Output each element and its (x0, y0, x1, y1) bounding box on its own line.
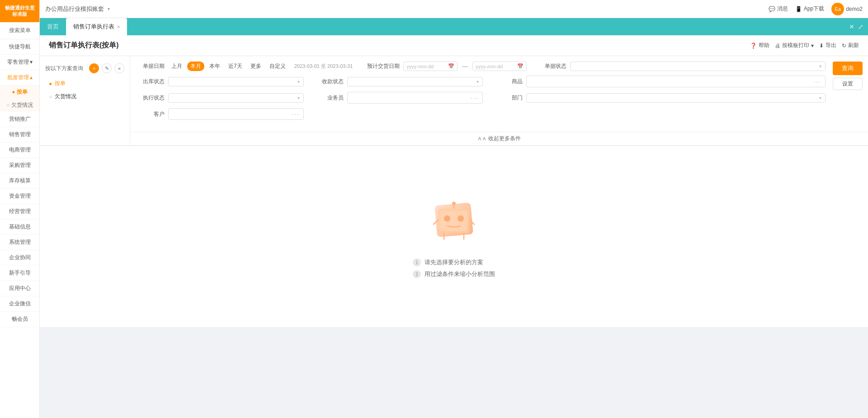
salesperson-select[interactable]: ··· (347, 92, 483, 104)
tab-active-label: 销售订单执行表 (73, 23, 114, 31)
page-header: 销售订单执行表(按单) ❓ 帮助 🖨 按模板打印 ▾ ⬇ 导出 ↻ 刷新 (40, 35, 868, 56)
logo-text: 畅捷通好生意 (3, 5, 37, 11)
sidebar-item-orders[interactable]: ● 按单 (0, 86, 39, 99)
dept-select[interactable]: ▾ (526, 93, 826, 103)
wechat-label: 企业微信 (9, 300, 31, 307)
quick-nav-label: 快捷导航 (9, 43, 31, 50)
sidebar-item-ecommerce[interactable]: 电商管理 (0, 142, 39, 158)
collapse-icon: ∧∧ (477, 135, 486, 142)
sidebar-item-newbie[interactable]: 新手引导 (0, 266, 39, 281)
topbar-right: 💬 消息 📱 App下载 Ea demo2 (769, 3, 863, 15)
window-maximize-icon[interactable]: ⤢ (858, 23, 863, 30)
svg-line-6 (434, 220, 438, 224)
date-btn-custom[interactable]: 自定义 (266, 62, 289, 71)
hint-text-2: 用过滤条件来缩小分析范围 (425, 270, 495, 278)
avatar: Ea (831, 3, 844, 15)
newbie-label: 新手引导 (9, 270, 31, 276)
message-label: 消息 (777, 5, 788, 13)
sidebar-item-operations[interactable]: 经营管理 (0, 204, 39, 219)
doc-status-chevron: ▾ (819, 64, 821, 69)
orders-icon: ● (12, 89, 15, 95)
window-close-icon[interactable]: ✕ (849, 23, 854, 30)
sidebar-item-sales[interactable]: 销售管理 (0, 127, 39, 142)
export-button[interactable]: ⬇ 导出 (819, 42, 836, 49)
collection-status-select[interactable]: ▾ (347, 77, 483, 86)
sidebar-item-purchase[interactable]: 采购管理 (0, 158, 39, 173)
inventory-label: 库存核算 (9, 177, 31, 184)
sidebar-item-credit[interactable]: ○ 欠货情况 (0, 99, 39, 112)
scheme-credit-icon: ○ (49, 94, 52, 100)
sidebar-item-wechat[interactable]: 企业微信 (0, 296, 39, 312)
add-scheme-icon[interactable]: + (89, 63, 99, 73)
exec-status-label: 执行状态 (137, 94, 165, 102)
calendar-icon-end: 📅 (517, 63, 524, 69)
delivery-status-select[interactable]: ▾ (168, 77, 304, 86)
wholesale-label: 批发管理 (7, 74, 29, 81)
sidebar-item-inventory[interactable]: 库存核算 (0, 173, 39, 189)
sidebar-item-finance[interactable]: 资金管理 (0, 189, 39, 204)
svg-point-3 (458, 215, 464, 222)
salesperson-label: 业务员 (316, 94, 344, 102)
tab-home[interactable]: 首页 (40, 18, 66, 35)
collection-chevron: ▾ (476, 79, 479, 84)
doc-status-select[interactable]: ▾ (570, 62, 826, 71)
app-download-action[interactable]: 📱 App下载 (795, 5, 824, 13)
scheme-item-credit[interactable]: ○ 欠货情况 (40, 90, 130, 103)
hint-num-2: 2 (413, 270, 421, 278)
sidebar-item-member[interactable]: 畅会员 (0, 312, 39, 327)
delivery-chevron: ▾ (297, 79, 300, 84)
help-button[interactable]: ❓ 帮助 (750, 42, 769, 49)
date-btn-more[interactable]: 更多 (247, 62, 264, 71)
refresh-button[interactable]: ↻ 刷新 (842, 42, 859, 49)
date-btn-this-year[interactable]: 本年 (206, 62, 223, 71)
tab-close-icon[interactable]: × (117, 24, 120, 29)
sidebar-item-marketing[interactable]: 营销推广 (0, 112, 39, 127)
filter-row-1: 单据日期 上月 本月 本年 近7天 更多 自定义 2023-03-01 至 20… (137, 62, 826, 71)
settings-button[interactable]: 设置 (833, 78, 863, 90)
sidebar-item-enterprise[interactable]: 企业协同 (0, 250, 39, 266)
collapse-scheme-icon[interactable]: « (114, 63, 124, 73)
svg-point-2 (444, 215, 450, 222)
date-separator: — (461, 63, 469, 70)
basic-label: 基础信息 (9, 223, 31, 230)
date-end-input[interactable]: yyyy-mm-dd 📅 (472, 62, 527, 71)
scheme-item-orders[interactable]: ● 按单 (40, 77, 130, 90)
collection-status-label: 收款状态 (316, 78, 344, 86)
sidebar-item-quick-nav[interactable]: 快捷导航 (0, 39, 39, 55)
tab-active[interactable]: 销售订单执行表 × (66, 18, 127, 35)
doc-status-label: 单据状态 (539, 62, 566, 70)
user-action[interactable]: Ea demo2 (831, 3, 863, 15)
sidebar-item-wholesale[interactable]: 批发管理 ▴ (0, 70, 39, 86)
svg-rect-1 (440, 211, 467, 231)
sidebar-item-apps[interactable]: 应用中心 (0, 281, 39, 296)
print-button[interactable]: 🖨 按模板打印 ▾ (775, 42, 814, 49)
username: demo2 (846, 6, 863, 12)
sidebar-item-system[interactable]: 系统管理 (0, 235, 39, 250)
edit-scheme-icon[interactable]: ✎ (102, 63, 112, 73)
goods-select[interactable]: ··· (526, 76, 826, 87)
sidebar-search[interactable]: 搜索菜单 (0, 22, 39, 39)
exec-status-select[interactable]: ▾ (168, 93, 304, 103)
apps-label: 应用中心 (9, 285, 31, 291)
breadcrumb-dropdown[interactable]: ▾ (108, 6, 110, 11)
query-button[interactable]: 查询 (833, 62, 863, 75)
sidebar-logo[interactable]: 畅捷通好生意 标准版 (0, 0, 39, 22)
message-action[interactable]: 💬 消息 (769, 5, 788, 13)
sidebar-item-basic[interactable]: 基础信息 (0, 219, 39, 235)
salesperson-dots: ··· (471, 94, 479, 101)
date-btn-last-month[interactable]: 上月 (168, 62, 185, 71)
credit-label: 欠货情况 (11, 102, 33, 108)
filter-collapse[interactable]: ∧∧ 收起更多条件 (130, 132, 868, 145)
app-download-icon: 📱 (795, 6, 802, 12)
sidebar-item-retail[interactable]: 零售管理 ▾ (0, 55, 39, 70)
date-btn-this-month[interactable]: 本月 (187, 62, 204, 71)
delivery-status-label: 出库状态 (137, 78, 165, 86)
date-start-input[interactable]: yyyy-mm-dd 📅 (403, 62, 458, 71)
calendar-icon-start: 📅 (448, 63, 454, 69)
date-btn-7days[interactable]: 近7天 (225, 62, 245, 71)
date-start-placeholder: yyyy-mm-dd (406, 64, 434, 69)
dept-chevron: ▾ (819, 95, 821, 100)
system-label: 系统管理 (9, 239, 31, 245)
customer-select[interactable]: ··· (168, 108, 304, 120)
exec-chevron: ▾ (297, 95, 300, 100)
